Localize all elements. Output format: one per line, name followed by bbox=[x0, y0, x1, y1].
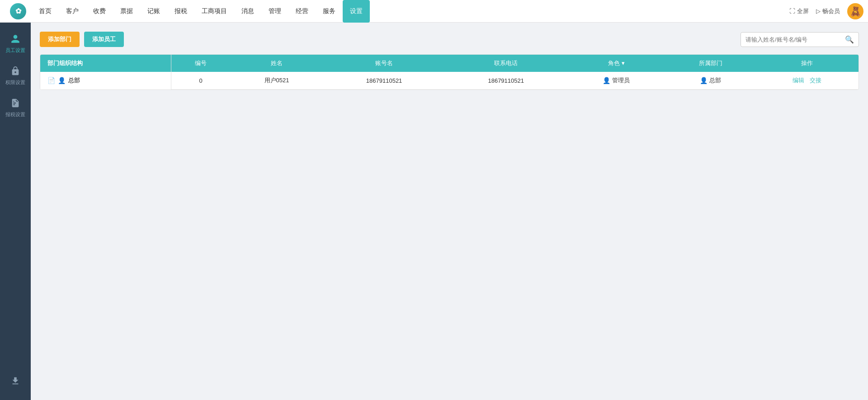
cell-code: 0 bbox=[171, 72, 230, 89]
nav-item-operation[interactable]: 经营 bbox=[288, 0, 316, 23]
sidebar-label-permission: 权限设置 bbox=[5, 79, 25, 86]
col-phone: 联系电话 bbox=[445, 55, 567, 72]
fullscreen-button[interactable]: ⛶ 全屏 bbox=[789, 7, 809, 15]
search-box: 🔍 bbox=[741, 32, 859, 47]
dept-label: 总部 bbox=[709, 76, 721, 85]
main-content: 添加部门 添加员工 🔍 部门组织结构 📄 👤 总部 bbox=[31, 23, 868, 400]
nav-item-tax[interactable]: 报税 bbox=[167, 0, 194, 23]
cell-name: 用户0521 bbox=[230, 72, 323, 89]
sidebar-item-tax-settings[interactable]: 报税设置 bbox=[0, 91, 31, 123]
dept-icon: 👤 bbox=[700, 77, 708, 84]
vip-button[interactable]: ▷ 畅会员 bbox=[816, 7, 840, 15]
table-area: 编号 姓名 账号名 联系电话 角色 ▾ 所属部门 操作 0 用户0521 18 bbox=[171, 55, 859, 89]
col-action: 操作 bbox=[755, 55, 859, 72]
file-icon: 📄 bbox=[47, 77, 55, 84]
col-role[interactable]: 角色 ▾ bbox=[567, 55, 666, 72]
cell-account: 18679110521 bbox=[323, 72, 445, 89]
col-code: 编号 bbox=[171, 55, 230, 72]
role-icon: 👤 bbox=[603, 77, 610, 84]
sidebar-label-tax: 报税设置 bbox=[5, 111, 25, 118]
sidebar-item-download[interactable] bbox=[9, 369, 22, 393]
nav-item-settings[interactable]: 设置 bbox=[343, 0, 370, 23]
sidebar-item-employee-settings[interactable]: 员工设置 bbox=[0, 27, 31, 59]
lock-icon bbox=[9, 65, 22, 77]
search-button[interactable]: 🔍 bbox=[840, 33, 859, 47]
cell-phone: 18679110521 bbox=[445, 72, 567, 89]
tree-item-label: 总部 bbox=[68, 76, 80, 85]
top-nav: ✿ 首页客户收费票据记账报税工商项目消息管理经营服务设置 ⛶ 全屏 ▷ 畅会员 … bbox=[0, 0, 868, 23]
download-icon bbox=[9, 375, 22, 387]
transfer-link[interactable]: 交接 bbox=[810, 77, 821, 84]
col-account: 账号名 bbox=[323, 55, 445, 72]
fullscreen-icon: ⛶ bbox=[789, 8, 795, 14]
app-logo: ✿ bbox=[5, 0, 32, 23]
vip-label: 畅会员 bbox=[822, 7, 840, 15]
edit-link[interactable]: 编辑 bbox=[793, 77, 804, 84]
nav-item-management[interactable]: 管理 bbox=[261, 0, 288, 23]
sidebar-item-permission-settings[interactable]: 权限设置 bbox=[0, 59, 31, 91]
col-name: 姓名 bbox=[230, 55, 323, 72]
cell-actions: 编辑 交接 bbox=[755, 72, 859, 89]
nav-item-message[interactable]: 消息 bbox=[234, 0, 261, 23]
nav-right: ⛶ 全屏 ▷ 畅会员 🧸 bbox=[789, 3, 863, 19]
role-label: 管理员 bbox=[612, 76, 630, 85]
nav-item-service[interactable]: 服务 bbox=[316, 0, 343, 23]
tree-item-root[interactable]: 📄 👤 总部 bbox=[40, 72, 171, 89]
sidebar-bottom bbox=[9, 369, 22, 400]
tree-header: 部门组织结构 bbox=[40, 55, 171, 72]
table-header-row: 编号 姓名 账号名 联系电话 角色 ▾ 所属部门 操作 bbox=[171, 55, 859, 72]
nav-item-home[interactable]: 首页 bbox=[32, 0, 59, 23]
fullscreen-label: 全屏 bbox=[797, 7, 809, 15]
employee-icon bbox=[9, 33, 22, 45]
nav-items: 首页客户收费票据记账报税工商项目消息管理经营服务设置 bbox=[32, 0, 789, 23]
avatar[interactable]: 🧸 bbox=[847, 3, 863, 19]
add-dept-button[interactable]: 添加部门 bbox=[40, 32, 80, 47]
vip-icon: ▷ bbox=[816, 8, 821, 14]
employee-table: 编号 姓名 账号名 联系电话 角色 ▾ 所属部门 操作 0 用户0521 18 bbox=[171, 55, 859, 89]
cell-dept: 👤 总部 bbox=[666, 72, 755, 89]
nav-item-business[interactable]: 工商项目 bbox=[194, 0, 234, 23]
layout: 员工设置 权限设置 报税设置 bbox=[0, 23, 868, 400]
sidebar-label-employee: 员工设置 bbox=[5, 47, 25, 54]
toolbar: 添加部门 添加员工 🔍 bbox=[40, 32, 859, 47]
user-icon: 👤 bbox=[58, 77, 66, 84]
add-employee-button[interactable]: 添加员工 bbox=[84, 32, 124, 47]
tree-panel: 部门组织结构 📄 👤 总部 bbox=[40, 55, 171, 89]
nav-item-invoice[interactable]: 票据 bbox=[113, 0, 140, 23]
nav-item-customer[interactable]: 客户 bbox=[59, 0, 86, 23]
nav-item-bookkeeping[interactable]: 记账 bbox=[140, 0, 167, 23]
cell-role: 👤 管理员 bbox=[567, 72, 666, 89]
tax-icon bbox=[9, 97, 22, 109]
col-dept: 所属部门 bbox=[666, 55, 755, 72]
search-input[interactable] bbox=[741, 33, 840, 46]
table-row: 0 用户0521 18679110521 18679110521 👤 管理员 👤… bbox=[171, 72, 859, 89]
logo-icon: ✿ bbox=[10, 3, 26, 19]
body-area: 部门组织结构 📄 👤 总部 编号 姓名 账号名 联系电话 bbox=[40, 54, 859, 90]
sidebar: 员工设置 权限设置 报税设置 bbox=[0, 23, 31, 400]
nav-item-billing[interactable]: 收费 bbox=[86, 0, 113, 23]
